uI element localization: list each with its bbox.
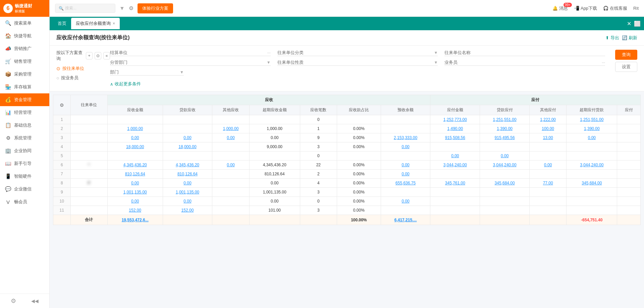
sidebar-item-purchase[interactable]: 📦 采购管理	[0, 68, 49, 81]
collapse-icon[interactable]: ◀◀	[31, 298, 39, 304]
online-support-btn[interactable]: 🎧 在线客服	[603, 5, 627, 11]
table-cell[interactable]: 0.00	[163, 197, 212, 206]
table-cell[interactable]	[430, 206, 480, 215]
table-settings-th[interactable]: ⚙	[53, 95, 71, 115]
sidebar-item-enterprise[interactable]: 🏢 企业协同	[0, 144, 49, 157]
table-cell[interactable]	[567, 151, 617, 161]
settings-icon[interactable]: ⚙	[11, 297, 16, 305]
table-cell[interactable]: 0.00	[381, 142, 430, 151]
table-cell[interactable]	[163, 115, 212, 124]
table-cell[interactable]	[381, 124, 430, 133]
dept-arrow[interactable]: ▼	[180, 70, 184, 75]
table-cell[interactable]: 1,222.00	[530, 115, 567, 124]
table-cell[interactable]	[480, 142, 530, 151]
table-cell[interactable]	[212, 151, 249, 161]
table-cell[interactable]: 0.00	[163, 179, 212, 188]
more-scheme-button[interactable]: «	[103, 52, 110, 59]
table-cell[interactable]: 3,044,240.00	[430, 161, 480, 170]
table-cell[interactable]	[381, 188, 430, 197]
table-cell[interactable]: 1,252,773.00	[430, 115, 480, 124]
table-cell[interactable]	[530, 188, 567, 197]
settlement-unit-dots[interactable]: ···	[267, 50, 271, 55]
table-cell[interactable]: 345,761.00	[430, 179, 480, 188]
sidebar-item-member[interactable]: V 畅会员	[0, 195, 49, 208]
sidebar-item-guide[interactable]: 📖 新手引导	[0, 157, 49, 170]
table-cell[interactable]: 915,508.56	[430, 133, 480, 142]
export-button[interactable]: ⬆ 导出	[605, 35, 619, 41]
table-cell[interactable]	[530, 197, 567, 206]
sidebar-item-system[interactable]: ⚙ 系统管理	[0, 132, 49, 144]
table-cell[interactable]: 1,251,551.00	[480, 115, 530, 124]
close-window-icon[interactable]: ✕	[627, 20, 631, 27]
table-cell[interactable]: 1,000.00	[107, 124, 163, 133]
sidebar-item-marketing[interactable]: 📣 营销推广	[0, 42, 49, 55]
scheme-option-by-staff[interactable]: ○ 按业务员	[56, 74, 110, 82]
unit-nature-arrow[interactable]: ▼	[434, 60, 438, 65]
table-cell[interactable]	[480, 188, 530, 197]
sidebar-item-base-info[interactable]: 📋 基础信息	[0, 119, 49, 132]
table-cell[interactable]	[430, 170, 480, 179]
app-download-btn[interactable]: 📲 App下载	[574, 5, 597, 11]
table-cell[interactable]	[480, 206, 530, 215]
table-cell[interactable]: 0.00	[530, 161, 567, 170]
sidebar-item-operation[interactable]: 📊 经营管理	[0, 106, 49, 119]
table-cell[interactable]: 0.00	[163, 133, 212, 142]
table-gear-icon[interactable]: ⚙	[60, 102, 64, 108]
table-cell[interactable]: 1,390.00	[480, 124, 530, 133]
table-cell[interactable]: 0.00	[212, 133, 249, 142]
refresh-button[interactable]: 🔄 刷新	[622, 35, 637, 41]
table-cell[interactable]: 1,490.00	[430, 124, 480, 133]
sidebar-item-hardware[interactable]: 📱 智能硬件	[0, 170, 49, 183]
tab-ar-ap-query[interactable]: 应收应付余额查询 ×	[71, 18, 120, 29]
table-cell[interactable]	[567, 142, 617, 151]
table-cell[interactable]	[430, 188, 480, 197]
table-cell[interactable]: 0.00	[107, 197, 163, 206]
table-cell[interactable]: 1,251,551.00	[567, 115, 617, 124]
table-cell[interactable]: 915,495.56	[480, 133, 530, 142]
table-cell[interactable]: 0.00	[212, 161, 249, 170]
table-cell[interactable]: 0.00	[381, 197, 430, 206]
sidebar-item-inventory[interactable]: 🏪 库存核算	[0, 81, 49, 93]
cta-button[interactable]: 体验行业方案	[138, 3, 173, 13]
table-cell[interactable]: 18,000.00	[163, 142, 212, 151]
table-cell[interactable]: 1,000.00	[212, 124, 249, 133]
table-cell[interactable]	[163, 124, 212, 133]
table-cell[interactable]: 152.00	[107, 206, 163, 215]
table-cell[interactable]: 0.00	[381, 170, 430, 179]
table-cell[interactable]: 1,390.00	[567, 124, 617, 133]
table-cell[interactable]: 18,000.00	[107, 142, 163, 151]
unit-category-arrow[interactable]: ▼	[434, 50, 438, 55]
tab-close-icon[interactable]: ×	[113, 21, 115, 26]
table-cell[interactable]	[430, 142, 480, 151]
table-cell[interactable]	[212, 206, 249, 215]
table-cell[interactable]: 0.00	[107, 133, 163, 142]
user-avatar[interactable]: Rit	[633, 6, 639, 11]
table-cell[interactable]	[212, 142, 249, 151]
table-cell[interactable]: 100.00	[530, 124, 567, 133]
table-cell[interactable]: 810,126.64	[107, 170, 163, 179]
add-scheme-button[interactable]: +	[86, 52, 93, 59]
table-cell[interactable]: 152.00	[163, 206, 212, 215]
table-cell[interactable]	[567, 170, 617, 179]
table-cell[interactable]	[212, 115, 249, 124]
table-cell[interactable]: 2,153,333.00	[381, 133, 430, 142]
notification-bell[interactable]: 🔔 消息 99+	[552, 5, 568, 11]
table-cell[interactable]	[530, 142, 567, 151]
table-cell[interactable]	[107, 151, 163, 161]
table-cell[interactable]: 4,345,436.20	[107, 161, 163, 170]
table-cell[interactable]	[530, 206, 567, 215]
sidebar-item-sales[interactable]: 🛒 销售管理	[0, 55, 49, 68]
table-cell[interactable]	[430, 197, 480, 206]
collapse-btn[interactable]: ∧ 收起更多条件	[110, 81, 612, 87]
table-cell[interactable]	[212, 170, 249, 179]
table-cell[interactable]	[381, 151, 430, 161]
table-cell[interactable]: 13.00	[530, 133, 567, 142]
table-cell[interactable]: 0.00	[107, 179, 163, 188]
table-cell[interactable]	[212, 197, 249, 206]
setting-button[interactable]: 设置	[615, 62, 637, 72]
sidebar-item-search-menu[interactable]: 🔍 搜索菜单	[0, 17, 49, 30]
table-cell[interactable]	[567, 188, 617, 197]
query-button[interactable]: 查询	[615, 50, 637, 60]
topbar-chevron-icon[interactable]: ▼	[119, 5, 125, 11]
table-cell[interactable]: 0.00	[480, 151, 530, 161]
